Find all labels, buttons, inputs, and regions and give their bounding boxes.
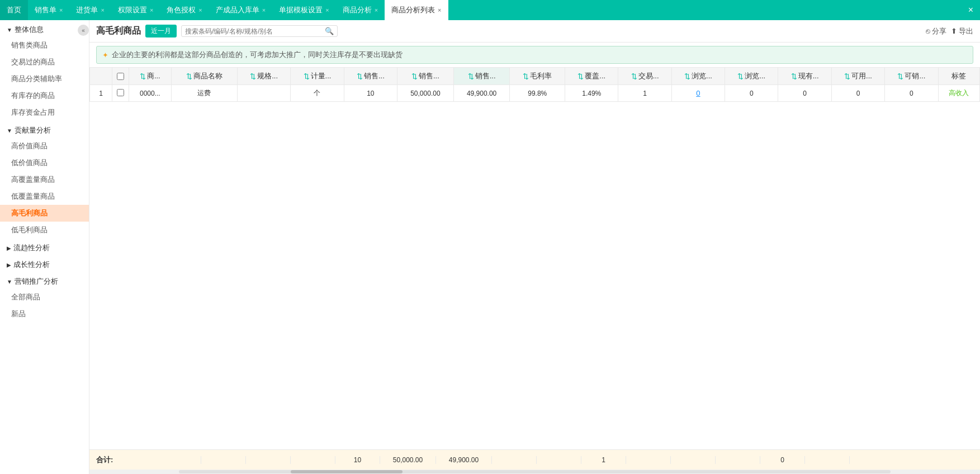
select-all-checkbox[interactable] xyxy=(117,73,124,80)
footer-sales1: 10 xyxy=(335,456,380,464)
sort-icon-gr: ⇅ xyxy=(523,72,529,81)
search-input[interactable] xyxy=(185,27,325,35)
cell-sales2: 50,000.00 xyxy=(397,85,454,102)
col-sales1[interactable]: ⇅销售... xyxy=(344,68,397,85)
filter-recent-month-button[interactable]: 近一月 xyxy=(145,25,177,37)
sidebar-group-contribution[interactable]: ▼ 贡献量分析 xyxy=(0,121,89,138)
cell-transactions: 1 xyxy=(618,85,671,102)
sidebar-group-trend[interactable]: ▶ 流趋性分析 xyxy=(0,238,89,255)
horizontal-scrollbar[interactable] xyxy=(89,470,980,474)
close-tab-sales[interactable]: × xyxy=(59,7,63,13)
group-arrow-contribution: ▼ xyxy=(7,128,12,134)
col-sales2[interactable]: ⇅销售... xyxy=(397,68,454,85)
sidebar-item-low-coverage[interactable]: 低覆盖量商品 xyxy=(0,188,89,205)
footer-empty5 xyxy=(492,456,537,464)
footer-empty9 xyxy=(716,456,760,464)
sort-icon-tr: ⇅ xyxy=(631,72,637,81)
footer-empty6 xyxy=(537,456,581,464)
footer-empty1 xyxy=(157,456,201,464)
col-sales3[interactable]: ⇅销售... xyxy=(453,68,510,85)
col-name[interactable]: ⇅商品名称 xyxy=(171,68,237,85)
sidebar-item-sales-goods[interactable]: 销售类商品 xyxy=(0,37,89,54)
group-arrow-marketing: ▼ xyxy=(7,279,12,285)
nav-item-analysis-list[interactable]: 商品分析列表 × xyxy=(385,0,448,20)
cell-browse1[interactable]: 0 xyxy=(671,85,725,102)
sort-icon-b2: ⇅ xyxy=(737,72,744,81)
sidebar-collapse-button[interactable]: « xyxy=(78,25,89,36)
close-tab-purchase[interactable]: × xyxy=(101,7,104,13)
footer-cells: 10 50,000.00 49,900.00 1 0 xyxy=(157,456,980,464)
close-tab-templates[interactable]: × xyxy=(325,7,329,13)
scrollbar-track xyxy=(179,470,891,473)
export-button[interactable]: ⬆ 导出 xyxy=(951,26,973,36)
nav-item-production[interactable]: 产成品入库单 × xyxy=(209,0,272,20)
row-checkbox[interactable] xyxy=(117,89,124,96)
sort-icon-cov: ⇅ xyxy=(577,72,584,81)
sidebar-item-high-margin[interactable]: 高毛利商品 xyxy=(0,205,89,222)
search-box: 🔍 xyxy=(181,25,338,37)
sidebar-item-stocked-goods[interactable]: 有库存的商品 xyxy=(0,87,89,104)
nav-item-analysis[interactable]: 商品分析 × xyxy=(336,0,385,20)
sidebar-item-low-value[interactable]: 低价值商品 xyxy=(0,154,89,171)
close-tab-production[interactable]: × xyxy=(262,7,266,13)
nav-item-templates[interactable]: 单据模板设置 × xyxy=(272,0,335,20)
col-current-stock[interactable]: ⇅现有... xyxy=(778,68,831,85)
sidebar-item-all-goods[interactable]: 全部商品 xyxy=(0,289,89,306)
sort-icon-s1: ⇅ xyxy=(357,72,363,81)
group-arrow-growth: ▶ xyxy=(7,262,11,268)
sidebar-item-category-rate[interactable]: 商品分类辅助率 xyxy=(0,71,89,87)
sidebar-item-high-value[interactable]: 高价值商品 xyxy=(0,138,89,154)
sidebar-group-marketing[interactable]: ▼ 营销推广分析 xyxy=(0,272,89,289)
sort-icon-cs: ⇅ xyxy=(791,72,797,81)
data-table-container: ⇅商... ⇅商品名称 ⇅规格... ⇅计量... ⇅销售... ⇅销售... … xyxy=(89,67,980,449)
col-saleable[interactable]: ⇅可销... xyxy=(885,68,938,85)
sidebar-item-low-margin[interactable]: 低毛利商品 xyxy=(0,222,89,238)
col-spec[interactable]: ⇅规格... xyxy=(237,68,290,85)
nav-item-home[interactable]: 首页 xyxy=(0,0,28,20)
search-icon[interactable]: 🔍 xyxy=(325,27,334,35)
export-icon: ⬆ xyxy=(951,27,957,35)
share-icon: ⎋ xyxy=(926,27,930,35)
share-button[interactable]: ⎋ 分享 xyxy=(926,26,946,36)
sort-icon-name: ⇅ xyxy=(186,72,192,81)
close-tab-permissions[interactable]: × xyxy=(150,7,153,13)
footer-empty10 xyxy=(805,456,850,464)
col-transactions[interactable]: ⇅交易... xyxy=(618,68,671,85)
cell-checkbox xyxy=(112,85,129,102)
col-coverage[interactable]: ⇅覆盖... xyxy=(565,68,618,85)
footer-empty3 xyxy=(246,456,291,464)
col-checkbox xyxy=(112,68,129,85)
footer-label: 合计: xyxy=(89,455,157,465)
footer-empty4 xyxy=(291,456,335,464)
sidebar-item-new-goods[interactable]: 新品 xyxy=(0,306,89,322)
global-close-button[interactable]: × xyxy=(962,5,980,15)
close-tab-roles[interactable]: × xyxy=(198,7,202,13)
sidebar-item-high-coverage[interactable]: 高覆盖量商品 xyxy=(0,171,89,188)
table-footer: 合计: 10 50,000.00 49,900.00 1 0 xyxy=(89,449,980,470)
col-code[interactable]: ⇅商... xyxy=(129,68,172,85)
col-browse2[interactable]: ⇅浏览... xyxy=(725,68,778,85)
close-tab-analysis[interactable]: × xyxy=(375,7,378,13)
cell-sales3: 49,900.00 xyxy=(453,85,510,102)
col-available[interactable]: ⇅可用... xyxy=(831,68,884,85)
content-area: 高毛利商品 近一月 🔍 ⎋ 分享 ⬆ 导出 ✦ 企业的主要的利润都是这部分商品创… xyxy=(89,20,980,474)
group-arrow-overall: ▼ xyxy=(7,27,12,33)
sidebar-item-stock-funds[interactable]: 库存资金占用 xyxy=(0,104,89,121)
close-tab-analysis-list[interactable]: × xyxy=(438,7,441,13)
col-unit[interactable]: ⇅计量... xyxy=(291,68,344,85)
footer-empty7 xyxy=(626,456,671,464)
sort-icon-b1: ⇅ xyxy=(684,72,690,81)
nav-item-purchase[interactable]: 进货单 × xyxy=(69,0,111,20)
sort-icon-sl: ⇅ xyxy=(897,72,903,81)
col-gross-rate[interactable]: ⇅毛利率 xyxy=(510,68,565,85)
header-actions: ⎋ 分享 ⬆ 导出 xyxy=(926,26,973,36)
sidebar-group-growth[interactable]: ▶ 成长性分析 xyxy=(0,255,89,272)
col-browse1[interactable]: ⇅浏览... xyxy=(671,68,725,85)
nav-item-sales[interactable]: 销售单 × xyxy=(28,0,69,20)
nav-item-roles[interactable]: 角色授权 × xyxy=(160,0,209,20)
cell-current-stock: 0 xyxy=(778,85,831,102)
nav-item-permissions[interactable]: 权限设置 × xyxy=(111,0,160,20)
sidebar-group-overall[interactable]: ▼ 整体信息 xyxy=(0,20,89,37)
sidebar-item-traded-goods[interactable]: 交易过的商品 xyxy=(0,54,89,71)
scrollbar-thumb[interactable] xyxy=(291,470,403,473)
